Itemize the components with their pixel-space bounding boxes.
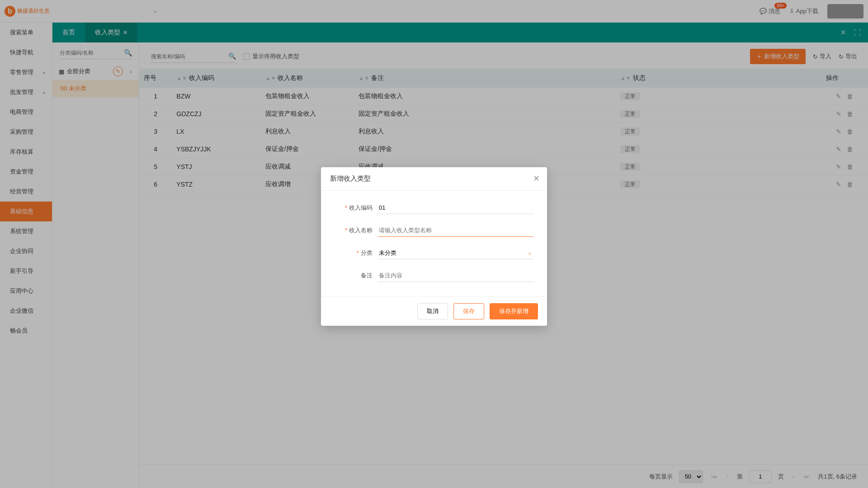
cancel-button[interactable]: 取消: [417, 303, 448, 319]
modal-header: 新增收入类型 ✕: [321, 167, 547, 191]
modal-body: *收入编码 *收入名称 *分类 ⌄ 备注: [321, 191, 547, 296]
chevron-down-icon[interactable]: ⌄: [527, 249, 533, 256]
modal-title: 新增收入类型: [330, 174, 371, 182]
remark-label: 备注: [335, 272, 373, 280]
name-label-text: 收入名称: [349, 227, 373, 234]
income-name-input[interactable]: [378, 224, 533, 237]
save-button[interactable]: 保存: [453, 303, 484, 319]
income-category-select[interactable]: [378, 247, 533, 259]
add-income-type-modal: 新增收入类型 ✕ *收入编码 *收入名称 *分类 ⌄ 备注 取消 保存 保存并新…: [321, 167, 547, 326]
code-label: *收入编码: [335, 204, 373, 212]
income-code-input[interactable]: [378, 202, 533, 214]
modal-close-icon[interactable]: ✕: [533, 174, 540, 183]
name-label: *收入名称: [335, 226, 373, 235]
remark-label-text: 备注: [361, 272, 373, 279]
income-remark-input[interactable]: [378, 269, 533, 282]
code-label-text: 收入编码: [349, 204, 373, 211]
modal-footer: 取消 保存 保存并新增: [321, 296, 547, 326]
category-label: *分类: [335, 249, 373, 257]
save-and-new-button[interactable]: 保存并新增: [490, 303, 538, 319]
category-label-text: 分类: [361, 249, 373, 256]
